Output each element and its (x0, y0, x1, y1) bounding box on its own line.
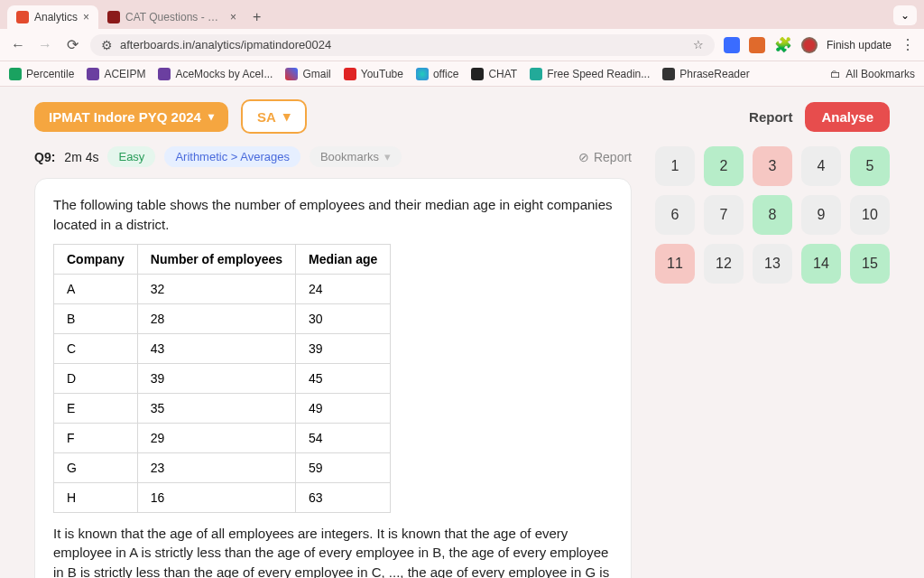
question-nav-12[interactable]: 12 (704, 244, 744, 284)
bookmark-acemocks[interactable]: AceMocks by AceI... (158, 68, 273, 80)
question-id: Q9: (34, 150, 55, 164)
all-bookmarks[interactable]: 🗀All Bookmarks (830, 68, 915, 80)
bookmark-freespeed[interactable]: Free Speed Readin... (530, 68, 650, 80)
favicon-cat (107, 11, 120, 23)
table-cell: 49 (296, 393, 391, 423)
table-row: E3549 (54, 393, 391, 423)
forward-button: → (36, 37, 54, 53)
question-nav-2[interactable]: 2 (704, 146, 744, 186)
table-cell: 39 (137, 363, 295, 393)
question-nav-5[interactable]: 5 (850, 146, 890, 186)
table-cell: 32 (137, 274, 295, 303)
bookmark-chat[interactable]: CHAT (471, 68, 517, 80)
question-nav-3[interactable]: 3 (753, 146, 792, 186)
table-cell: A (54, 274, 138, 303)
browser-toolbar: ← → ⟳ ⚙ afterboards.in/analytics/ipmatin… (0, 29, 924, 61)
close-icon[interactable]: × (83, 11, 89, 23)
table-cell: B (54, 303, 138, 333)
table-header: Number of employees (137, 244, 295, 274)
bookmark-office[interactable]: office (416, 68, 458, 80)
alert-icon: ⊘ (578, 150, 589, 164)
extension-icon-1[interactable] (724, 37, 740, 53)
bookmark-aceipm[interactable]: ACEIPM (87, 68, 145, 80)
question-intro: The following table shows the number of … (53, 195, 613, 235)
bookmarks-bar: Percentile ACEIPM AceMocks by AceI... Gm… (0, 61, 924, 87)
table-cell: 29 (137, 423, 295, 452)
finish-update-button[interactable]: Finish update (827, 39, 892, 51)
folder-icon: 🗀 (830, 68, 841, 80)
address-bar[interactable]: ⚙ afterboards.in/analytics/ipmatindore00… (90, 34, 715, 56)
bookmark-star-icon[interactable]: ☆ (693, 38, 704, 51)
menu-icon[interactable]: ⋮ (901, 36, 915, 53)
question-meta: Q9: 2m 4s Easy Arithmetic > Averages Boo… (34, 146, 632, 167)
url-text: afterboards.in/analytics/ipmatindore0024 (120, 38, 331, 51)
table-row: F2954 (54, 423, 391, 452)
exam-selector[interactable]: IPMAT Indore PYQ 2024 ▾ (34, 102, 228, 132)
favicon-analytics (16, 11, 29, 23)
close-icon[interactable]: × (230, 11, 236, 23)
section-label: SA (257, 109, 276, 125)
site-info-icon[interactable]: ⚙ (101, 38, 113, 52)
extension-icon-2[interactable] (749, 37, 765, 53)
bookmark-youtube[interactable]: YouTube (344, 68, 403, 80)
table-row: G2359 (54, 452, 391, 482)
difficulty-chip: Easy (107, 146, 155, 167)
question-nav: 123456789101112131415 (655, 146, 890, 578)
profile-avatar[interactable] (801, 37, 818, 53)
table-cell: 28 (137, 303, 295, 333)
tab-analytics[interactable]: Analytics × (7, 5, 98, 29)
table-cell: 23 (137, 452, 295, 482)
question-nav-9[interactable]: 9 (801, 195, 841, 235)
table-cell: 24 (296, 274, 391, 303)
question-nav-4[interactable]: 4 (801, 146, 841, 186)
question-nav-1[interactable]: 1 (655, 146, 695, 186)
bookmark-gmail[interactable]: Gmail (285, 68, 330, 80)
tab-title: CAT Questions - Geometry C (125, 11, 225, 23)
question-nav-6[interactable]: 6 (655, 195, 695, 235)
table-cell: 30 (296, 303, 391, 333)
question-nav-10[interactable]: 10 (850, 195, 890, 235)
bookmark-percentile[interactable]: Percentile (9, 68, 74, 80)
table-header: Median age (296, 244, 391, 274)
table-cell: 39 (296, 333, 391, 363)
reload-button[interactable]: ⟳ (63, 36, 81, 53)
topic-chip[interactable]: Arithmetic > Averages (164, 146, 300, 167)
tab-cat-questions[interactable]: CAT Questions - Geometry C × (98, 5, 245, 29)
report-tab[interactable]: Report (749, 109, 792, 125)
table-row: A3224 (54, 274, 391, 303)
report-label: Report (594, 150, 632, 164)
chevron-down-icon: ▾ (283, 108, 291, 125)
table-header: Company (54, 244, 138, 274)
analyse-tab[interactable]: Analyse (805, 102, 890, 132)
table-cell: C (54, 333, 138, 363)
exam-label: IPMAT Indore PYQ 2024 (49, 109, 201, 125)
table-row: B2830 (54, 303, 391, 333)
table-cell: 16 (137, 482, 295, 512)
table-cell: 35 (137, 393, 295, 423)
back-button[interactable]: ← (9, 37, 27, 53)
question-nav-14[interactable]: 14 (801, 244, 841, 284)
table-cell: H (54, 482, 138, 512)
question-nav-15[interactable]: 15 (850, 244, 890, 284)
chevron-down-icon: ▾ (384, 150, 391, 163)
table-row: D3945 (54, 363, 391, 393)
question-time: 2m 4s (64, 150, 98, 164)
new-tab-button[interactable]: + (245, 5, 268, 29)
question-nav-7[interactable]: 7 (704, 195, 744, 235)
question-nav-11[interactable]: 11 (655, 244, 695, 284)
bookmarks-chip[interactable]: Bookmarks ▾ (310, 146, 402, 167)
bookmark-phrasereader[interactable]: PhraseReader (662, 68, 749, 80)
table-cell: D (54, 363, 138, 393)
extensions-icon[interactable]: 🧩 (774, 36, 792, 53)
table-cell: 54 (296, 423, 391, 452)
table-row: C4339 (54, 333, 391, 363)
question-nav-13[interactable]: 13 (753, 244, 792, 284)
table-row: H1663 (54, 482, 391, 512)
section-selector[interactable]: SA ▾ (241, 99, 307, 134)
report-question[interactable]: ⊘ Report (578, 150, 632, 164)
page-content: IPMAT Indore PYQ 2024 ▾ SA ▾ Report Anal… (0, 87, 924, 578)
question-para1: It is known that the age of all employee… (53, 524, 613, 579)
tab-dropdown[interactable]: ⌄ (893, 5, 917, 25)
tab-title: Analytics (34, 11, 78, 23)
question-nav-8[interactable]: 8 (753, 195, 792, 235)
